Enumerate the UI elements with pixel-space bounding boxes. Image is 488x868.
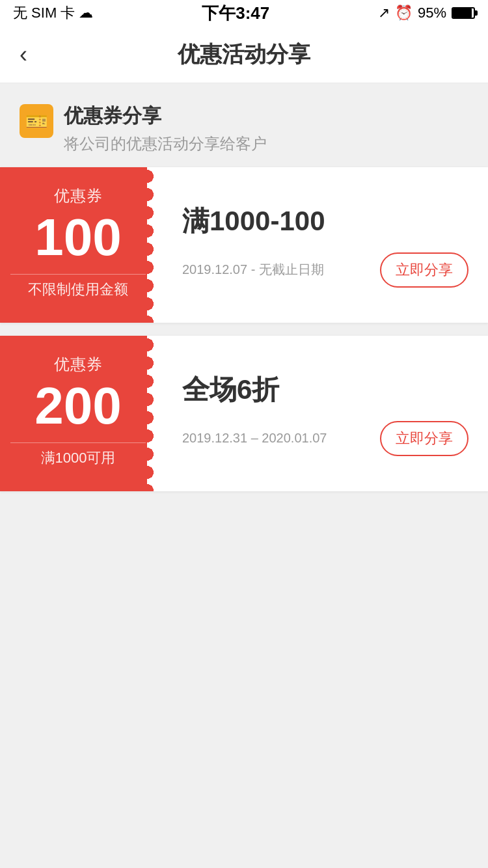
coupon-section-icon: 🎫 (20, 104, 53, 138)
coupon-date-2: 2019.12.31 – 2020.01.07 (182, 431, 327, 446)
coupon-label-1: 优惠券 (54, 185, 103, 206)
coupon-value-2: 200 (34, 380, 121, 432)
section-header: 🎫 优惠券分享 将公司的优惠活动分享给客户 (0, 83, 488, 167)
status-bar: 无 SIM 卡 ☁ 下午3:47 ↗ ⏰ 95% (0, 0, 488, 26)
page-title: 优惠活动分享 (178, 40, 310, 70)
status-time: 下午3:47 (202, 2, 269, 25)
coupon-label-2: 优惠券 (54, 354, 103, 375)
coupon-date-1: 2019.12.07 - 无截止日期 (182, 261, 324, 278)
coupon-list: 优惠券 100 不限制使用金额 满1000-100 2019.12.07 - 无… (0, 167, 488, 517)
coupon-right-1: 满1000-100 2019.12.07 - 无截止日期 立即分享 (156, 167, 488, 323)
coupon-card-1: 优惠券 100 不限制使用金额 满1000-100 2019.12.07 - 无… (0, 167, 488, 323)
status-right: ↗ ⏰ 95% (378, 5, 475, 21)
section-title: 优惠券分享 (64, 103, 267, 129)
coupon-meta-1: 2019.12.07 - 无截止日期 立即分享 (182, 252, 468, 288)
battery-icon (452, 7, 475, 19)
back-button[interactable]: ‹ (20, 43, 27, 66)
share-button-1[interactable]: 立即分享 (380, 252, 468, 288)
status-left: 无 SIM 卡 ☁ (13, 3, 93, 23)
coupon-condition-1: 不限制使用金额 (10, 274, 146, 305)
section-text: 优惠券分享 将公司的优惠活动分享给客户 (64, 103, 267, 154)
empty-area (0, 517, 488, 843)
share-button-2[interactable]: 立即分享 (380, 421, 468, 456)
coupon-meta-2: 2019.12.31 – 2020.01.07 立即分享 (182, 421, 468, 456)
coupon-left-2: 优惠券 200 满1000可用 (0, 336, 156, 491)
alarm-icon: ⏰ (395, 5, 413, 21)
sim-label: 无 SIM 卡 ☁ (13, 3, 93, 23)
coupon-title-2: 全场6折 (182, 372, 468, 408)
coupon-value-1: 100 (34, 211, 121, 264)
location-icon: ↗ (378, 5, 390, 21)
coupon-title-1: 满1000-100 (182, 203, 468, 239)
section-subtitle: 将公司的优惠活动分享给客户 (64, 133, 267, 154)
coupon-condition-2: 满1000可用 (10, 442, 146, 473)
coupon-left-1: 优惠券 100 不限制使用金额 (0, 167, 156, 323)
nav-bar: ‹ 优惠活动分享 (0, 26, 488, 83)
coupon-card-2: 优惠券 200 满1000可用 全场6折 2019.12.31 – 2020.0… (0, 336, 488, 491)
coupon-right-2: 全场6折 2019.12.31 – 2020.01.07 立即分享 (156, 336, 488, 491)
battery-percent: 95% (418, 5, 446, 21)
